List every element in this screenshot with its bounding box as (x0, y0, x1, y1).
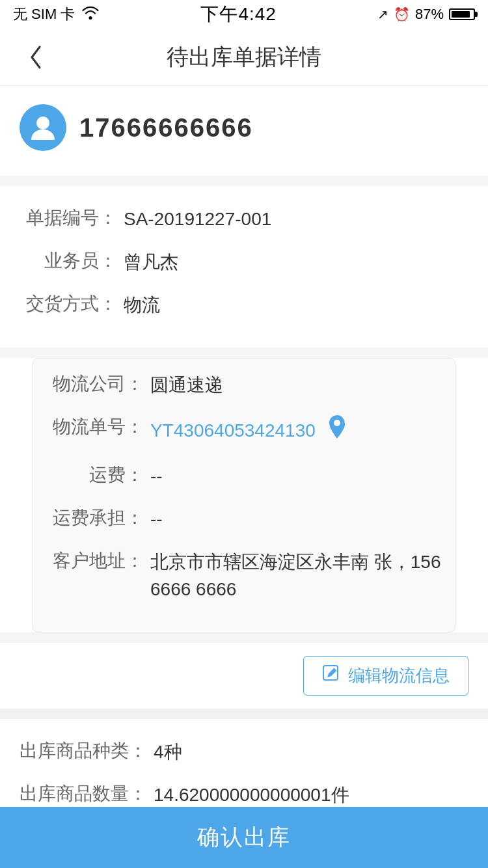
no-sim-text: 无 SIM 卡 (13, 5, 75, 24)
svg-point-0 (36, 116, 49, 129)
logistics-company-value: 圆通速递 (150, 372, 442, 399)
delivery-method-value: 物流 (124, 292, 468, 319)
goods-quantity-label: 出库商品数量： (20, 781, 154, 806)
nav-bar: 待出库单据详情 (0, 29, 488, 86)
edit-icon (322, 664, 340, 687)
freight-bearer-value: -- (150, 506, 442, 533)
location-icon[interactable] (326, 414, 348, 447)
order-no-value: SA-20191227-001 (124, 206, 468, 233)
salesman-label: 业务员： (20, 249, 124, 273)
edit-logistics-section: 编辑物流信息 (0, 643, 488, 709)
logistics-card: 物流公司： 圆通速递 物流单号： YT43064053424130 运费： --… (33, 358, 455, 632)
section-separator (0, 709, 488, 719)
address-label: 客户地址： (46, 549, 150, 573)
status-right: ↗ ⏰ 87% (377, 6, 475, 23)
freight-bearer-row: 运费承担： -- (46, 506, 442, 533)
logistics-company-label: 物流公司： (46, 372, 150, 396)
page-title: 待出库单据详情 (167, 42, 321, 72)
address-value: 北京市市辖区海淀区永丰南 张，156 6666 6666 (150, 549, 442, 603)
tracking-label: 物流单号： (46, 414, 150, 439)
dashed-divider (0, 169, 488, 176)
freight-label: 运费： (46, 463, 150, 487)
confirm-button[interactable]: 确认出库 (0, 822, 488, 852)
order-no-label: 单据编号： (20, 206, 124, 230)
tracking-number: YT43064053424130 (150, 417, 316, 444)
tracking-value: YT43064053424130 (150, 414, 442, 447)
battery-icon (449, 8, 475, 20)
order-info-section: 单据编号： SA-20191227-001 业务员： 曾凡杰 交货方式： 物流 (0, 186, 488, 347)
order-no-row: 单据编号： SA-20191227-001 (20, 206, 468, 233)
back-button[interactable] (20, 41, 52, 74)
freight-row: 运费： -- (46, 463, 442, 490)
logistics-company-row: 物流公司： 圆通速递 (46, 372, 442, 399)
confirm-button-wrapper: 确认出库 (0, 807, 488, 868)
goods-types-row: 出库商品种类： 4种 (20, 739, 468, 766)
freight-bearer-label: 运费承担： (46, 506, 150, 530)
customer-phone: 17666666666 (79, 113, 253, 142)
edit-logistics-label: 编辑物流信息 (348, 664, 450, 687)
alarm-icon: ⏰ (394, 7, 410, 22)
goods-quantity-value: 14.620000000000001件 (154, 781, 468, 809)
goods-types-value: 4种 (154, 739, 468, 766)
battery-percent: 87% (415, 6, 444, 23)
salesman-row: 业务员： 曾凡杰 (20, 249, 468, 276)
status-left: 无 SIM 卡 (13, 5, 100, 24)
status-bar: 无 SIM 卡 下午4:42 ↗ ⏰ 87% (0, 0, 488, 29)
avatar (20, 104, 66, 151)
customer-header: 17666666666 (0, 86, 488, 169)
tracking-row: 物流单号： YT43064053424130 (46, 414, 442, 447)
goods-quantity-row: 出库商品数量： 14.620000000000001件 (20, 781, 468, 809)
goods-types-label: 出库商品种类： (20, 739, 154, 763)
wifi-icon (81, 5, 100, 23)
time-display: 下午4:42 (200, 2, 277, 27)
delivery-method-label: 交货方式： (20, 292, 124, 316)
salesman-value: 曾凡杰 (124, 249, 468, 276)
freight-value: -- (150, 463, 442, 490)
svg-point-3 (334, 420, 340, 426)
address-row: 客户地址： 北京市市辖区海淀区永丰南 张，156 6666 6666 (46, 549, 442, 603)
gps-icon: ↗ (377, 7, 388, 22)
delivery-method-row: 交货方式： 物流 (20, 292, 468, 319)
edit-logistics-button[interactable]: 编辑物流信息 (303, 656, 468, 696)
